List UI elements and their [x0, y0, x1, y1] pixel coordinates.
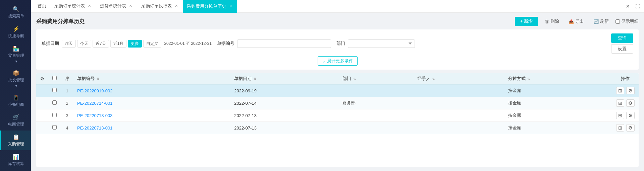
row-num-2: 3	[60, 109, 74, 122]
expand-window-icon[interactable]: ⛶	[634, 3, 641, 10]
sidebar-icon-wholesale: 📦	[13, 70, 19, 76]
row-order-no-3: PE-20220713-001	[74, 122, 231, 134]
query-button[interactable]: 查询	[611, 33, 633, 43]
sidebar-item-quick-nav[interactable]: ⚡快捷导航	[0, 22, 31, 42]
order-no-link-3[interactable]: PE-20220713-001	[77, 125, 113, 131]
tab-purchase-order-exec[interactable]: 采购订单执行表✕	[137, 0, 183, 13]
row-date-3: 2022-07-13	[231, 122, 339, 134]
export-button[interactable]: 📤 导出	[566, 17, 587, 26]
sidebar-item-inventory[interactable]: 📊库存核算	[0, 150, 31, 170]
sidebar-icon-ecom: 🛒	[13, 114, 19, 120]
date-col-header[interactable]: 单据日期 ⇅	[231, 73, 339, 85]
date-more-btn[interactable]: 更多	[128, 40, 142, 48]
dept-col-label: 部门	[342, 76, 351, 81]
row-more-btn-0[interactable]: ⚙	[626, 87, 635, 94]
sidebar-label-retail: 零售管理	[8, 53, 24, 59]
tab-close-purchase-cost-history[interactable]: ✕	[228, 4, 233, 9]
tab-goods-stat[interactable]: 进货单统计表✕	[96, 0, 137, 13]
dept-col-header[interactable]: 部门 ⇅	[339, 73, 414, 85]
sidebar-arrow-wholesale: ▼	[15, 84, 18, 88]
tab-bar-right: ✕ ⛶	[625, 3, 641, 10]
filter-row-1: 单据日期 昨天 今天 近7天 近1月 更多 自定义 2022-01-01 至 2…	[42, 33, 633, 54]
dept-label: 部门	[336, 40, 345, 47]
tab-close-purchase-order-exec[interactable]: ✕	[174, 3, 179, 8]
dept-select[interactable]	[348, 39, 415, 48]
row-action-0: ⊞ ⚙	[612, 85, 639, 97]
order-no-input[interactable]	[237, 39, 331, 48]
tab-home[interactable]: 首页	[34, 0, 50, 13]
tab-label-purchase-order-stat: 采购订单统计表	[54, 3, 85, 9]
split-method-col-label: 分摊方式	[508, 76, 526, 81]
row-checkbox-1[interactable]	[52, 100, 57, 105]
row-order-no-0: PE-20220919-002	[74, 85, 231, 97]
row-settings-1	[36, 97, 48, 109]
sidebar-label-ecom: 电商管理	[8, 121, 24, 127]
date-7days-btn[interactable]: 近7天	[93, 40, 109, 48]
checkbox-col-header	[48, 73, 60, 85]
tab-purchase-cost-history[interactable]: 采购费用分摊单历史✕	[183, 0, 237, 13]
row-more-btn-2[interactable]: ⚙	[626, 112, 635, 119]
handler-col-header[interactable]: 经手人 ⇅	[414, 73, 505, 85]
row-checkbox-3[interactable]	[52, 125, 57, 130]
table-row: 3 PE-20220713-003 2022-07-13 按金额 ⊞ ⚙	[36, 109, 639, 122]
close-window-icon[interactable]: ✕	[625, 3, 631, 10]
row-checkbox-0[interactable]	[52, 88, 57, 92]
settings-button[interactable]: 设置	[611, 44, 633, 54]
show-cols-toggle[interactable]: 显示明细	[615, 18, 639, 24]
row-date-0: 2022-09-19	[231, 85, 339, 97]
sidebar-label-wholesale: 批发管理	[8, 77, 24, 83]
row-view-btn-1[interactable]: ⊞	[616, 99, 624, 107]
row-view-btn-2[interactable]: ⊞	[616, 112, 624, 119]
sidebar-item-ecom[interactable]: 🛒电商管理	[0, 111, 31, 131]
tab-purchase-order-stat[interactable]: 采购订单统计表✕	[50, 0, 96, 13]
action-col-header: 操作	[612, 73, 639, 85]
expand-conditions-btn[interactable]: ⌄ 展开更多条件	[318, 56, 358, 66]
row-order-no-1: PE-20220714-001	[74, 97, 231, 109]
row-dept-3	[339, 122, 414, 134]
date-yesterday-btn[interactable]: 昨天	[62, 40, 76, 48]
add-button[interactable]: + 新增	[515, 17, 538, 26]
sidebar-item-mini[interactable]: 📱小畅电商	[0, 91, 31, 111]
row-num-0: 1	[60, 85, 74, 97]
select-all-checkbox[interactable]	[52, 76, 57, 80]
date-sort-icon: ⇅	[254, 77, 256, 81]
row-num-3: 4	[60, 122, 74, 134]
row-split-method-0: 按金额	[505, 85, 612, 97]
sidebar-label-purchase: 采购管理	[8, 141, 24, 147]
sidebar-icon-quick-nav: ⚡	[13, 26, 19, 32]
sidebar-item-wholesale[interactable]: 📦批发管理▼	[0, 67, 31, 91]
row-view-btn-0[interactable]: ⊞	[616, 87, 624, 94]
order-no-link-1[interactable]: PE-20220714-001	[77, 101, 113, 106]
export-icon: 📤	[569, 19, 574, 24]
date-custom-btn[interactable]: 自定义	[143, 40, 161, 48]
query-group: 查询 设置	[611, 33, 633, 54]
order-no-col-header[interactable]: 单据编号 ⇅	[74, 73, 231, 85]
refresh-button[interactable]: 🔄 刷新	[591, 17, 611, 26]
table-row: 2 PE-20220714-001 2022-07-14 财务部 按金额 ⊞ ⚙	[36, 97, 639, 109]
data-table-container: ⚙ 序 单据编号 ⇅ 单据日期 ⇅	[36, 73, 639, 167]
row-view-btn-3[interactable]: ⊞	[616, 124, 624, 132]
sidebar-item-purchase[interactable]: 📋采购管理	[0, 131, 31, 150]
row-dept-0	[339, 85, 414, 97]
row-settings-2	[36, 109, 48, 122]
order-no-link-0[interactable]: PE-20220919-002	[77, 88, 113, 93]
tab-close-goods-stat[interactable]: ✕	[128, 3, 133, 8]
row-action-1: ⊞ ⚙	[612, 97, 639, 109]
toolbar: + 新增 🗑 删除 📤 导出 🔄 刷新 显示明细	[515, 17, 639, 26]
delete-button[interactable]: 🗑 删除	[542, 17, 562, 26]
tab-close-purchase-order-stat[interactable]: ✕	[87, 3, 92, 8]
date-1month-btn[interactable]: 近1月	[110, 40, 127, 48]
sidebar-icon-search: 🔍	[13, 6, 19, 12]
row-more-btn-3[interactable]: ⚙	[626, 124, 635, 132]
row-checkbox-2[interactable]	[52, 113, 57, 117]
sidebar-item-search[interactable]: 🔍搜索菜单	[0, 3, 31, 22]
date-today-btn[interactable]: 今天	[77, 40, 91, 48]
sidebar-item-retail[interactable]: 🏪零售管理▼	[0, 42, 31, 67]
split-method-col-header[interactable]: 分摊方式 ⇅	[505, 73, 612, 85]
table-row: 4 PE-20220713-001 2022-07-13 按金额 ⊞ ⚙	[36, 122, 639, 134]
row-more-btn-1[interactable]: ⚙	[626, 99, 635, 107]
data-table: ⚙ 序 单据编号 ⇅ 单据日期 ⇅	[36, 73, 639, 134]
settings-col-header[interactable]: ⚙	[36, 73, 48, 85]
order-no-link-2[interactable]: PE-20220713-003	[77, 113, 113, 118]
show-cols-checkbox[interactable]	[615, 19, 620, 24]
